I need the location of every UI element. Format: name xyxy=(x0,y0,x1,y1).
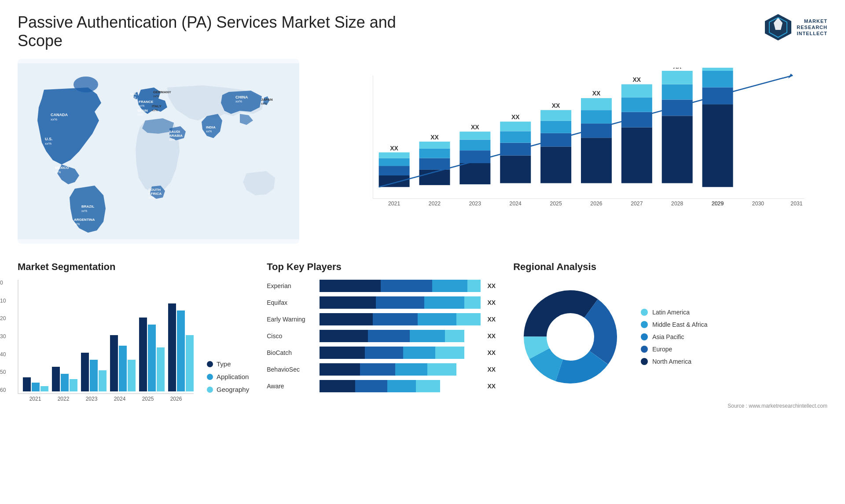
player-value: XX xyxy=(488,296,496,309)
svg-text:xx%: xx% xyxy=(137,113,143,116)
svg-text:GERMANY: GERMANY xyxy=(153,90,172,94)
bar-seg1 xyxy=(320,313,373,325)
bar-seg1 xyxy=(320,296,376,309)
legend-mea: Middle East & Africa xyxy=(641,321,707,328)
svg-rect-40 xyxy=(379,166,410,175)
page-header: Passive Authentication (PA) Services Mar… xyxy=(18,13,827,50)
player-bar-wrap xyxy=(320,296,480,309)
svg-text:CHINA: CHINA xyxy=(235,95,248,99)
seg-bar-group-2021 xyxy=(23,377,48,391)
svg-rect-47 xyxy=(419,149,450,158)
seg-bar-app xyxy=(90,360,98,391)
legend-latin-america: Latin America xyxy=(641,309,707,316)
svg-rect-65 xyxy=(540,121,571,133)
y-axis: 60 50 40 30 20 10 0 xyxy=(0,280,6,393)
bar-seg2 xyxy=(373,313,418,325)
legend-dot-latin-america xyxy=(641,309,648,316)
segmentation-chart: 60 50 40 30 20 10 0 xyxy=(18,280,194,394)
player-row-behaviosec: BehavioSec XX xyxy=(267,363,496,376)
seg-bar-group-2025 xyxy=(139,318,165,391)
bar-seg4 xyxy=(416,380,440,392)
svg-rect-83 xyxy=(662,84,693,100)
player-row-earlywarning: Early Warning XX xyxy=(267,313,496,325)
seg-bar-type xyxy=(110,335,118,391)
bar-seg2 xyxy=(381,280,432,292)
page-title: Passive Authentication (PA) Services Mar… xyxy=(18,13,414,50)
source-text: Source : www.marketresearchintellect.com xyxy=(513,403,827,409)
legend-asia-pacific: Asia Pacific xyxy=(641,333,707,340)
player-bar-wrap xyxy=(320,280,480,292)
bar-seg3 xyxy=(418,313,456,325)
svg-rect-41 xyxy=(379,158,410,166)
svg-rect-66 xyxy=(540,110,571,121)
seg-bar-geo xyxy=(157,347,165,391)
player-row-aware: Aware XX xyxy=(267,380,496,392)
svg-rect-46 xyxy=(419,158,450,170)
bar-seg3 xyxy=(424,296,464,309)
legend-dot-geo xyxy=(207,387,213,393)
seg-bar-group-2024 xyxy=(110,335,136,391)
svg-text:xx%: xx% xyxy=(130,96,136,99)
svg-rect-77 xyxy=(621,97,652,112)
svg-text:2021: 2021 xyxy=(388,201,400,207)
svg-text:xx%: xx% xyxy=(139,104,144,107)
svg-text:ARABIA: ARABIA xyxy=(169,134,183,138)
svg-text:2022: 2022 xyxy=(429,201,441,207)
segmentation-title: Market Segmentation xyxy=(18,261,249,273)
player-bar-wrap xyxy=(320,330,480,342)
bar-seg1 xyxy=(320,280,381,292)
bar-seg4 xyxy=(445,330,464,342)
svg-text:xx%: xx% xyxy=(74,223,80,226)
player-bar xyxy=(320,380,480,392)
seg-bar-app xyxy=(119,346,127,391)
legend-label-mea: Middle East & Africa xyxy=(652,321,707,328)
segmentation-section: Market Segmentation 60 50 40 30 20 10 0 xyxy=(18,261,249,409)
player-name: BehavioSec xyxy=(267,366,315,373)
seg-bar-geo xyxy=(99,370,107,391)
svg-text:U.S.: U.S. xyxy=(45,137,53,141)
legend-dot-asia-pacific xyxy=(641,333,648,340)
bar-seg1 xyxy=(320,380,355,392)
svg-text:2026: 2026 xyxy=(590,201,602,207)
legend-north-america: North America xyxy=(641,358,707,365)
bottom-section: Market Segmentation 60 50 40 30 20 10 0 xyxy=(18,261,827,409)
player-value: XX xyxy=(488,330,496,342)
bar-seg3 xyxy=(410,330,445,342)
svg-rect-91 xyxy=(702,71,733,88)
seg-bar-type xyxy=(168,303,176,391)
svg-text:XX: XX xyxy=(430,134,439,141)
bar-seg2 xyxy=(365,347,404,359)
bar-seg4 xyxy=(464,296,481,309)
svg-text:2027: 2027 xyxy=(631,201,643,207)
svg-text:2025: 2025 xyxy=(550,201,562,207)
seg-bar-group-2022 xyxy=(52,367,77,391)
bar-seg2 xyxy=(355,380,387,392)
x-axis-labels: 2021 2022 2023 2024 2025 2026 xyxy=(18,396,194,402)
svg-rect-81 xyxy=(662,116,693,183)
player-bar-wrap xyxy=(320,347,480,359)
svg-rect-57 xyxy=(500,156,531,183)
logo-icon xyxy=(764,13,792,41)
legend-label-europe: Europe xyxy=(652,346,672,353)
player-bar xyxy=(320,363,480,376)
svg-rect-60 xyxy=(500,122,531,131)
svg-text:BRAZIL: BRAZIL xyxy=(81,205,94,208)
segmentation-chart-area: 60 50 40 30 20 10 0 xyxy=(18,280,249,402)
bar-seg3 xyxy=(395,363,427,376)
svg-text:2031: 2031 xyxy=(790,201,802,207)
player-name: Experian xyxy=(267,282,315,289)
seg-bar-geo xyxy=(40,386,48,391)
legend-label-asia-pacific: Asia Pacific xyxy=(652,333,684,340)
svg-rect-82 xyxy=(662,100,693,116)
bar-seg4 xyxy=(427,363,456,376)
svg-text:2023: 2023 xyxy=(469,201,481,207)
seg-bar-app xyxy=(148,325,156,391)
seg-bar-type xyxy=(139,318,147,391)
legend-dot-europe xyxy=(641,346,648,353)
seg-bar-geo xyxy=(128,360,136,391)
svg-text:xx%: xx% xyxy=(206,130,212,133)
legend-item-geo: Geography xyxy=(207,386,249,393)
player-row-biocatch: BioCatch XX xyxy=(267,347,496,359)
legend-item-app: Application xyxy=(207,373,249,380)
players-list: Experian XX Equifax xyxy=(267,280,496,392)
